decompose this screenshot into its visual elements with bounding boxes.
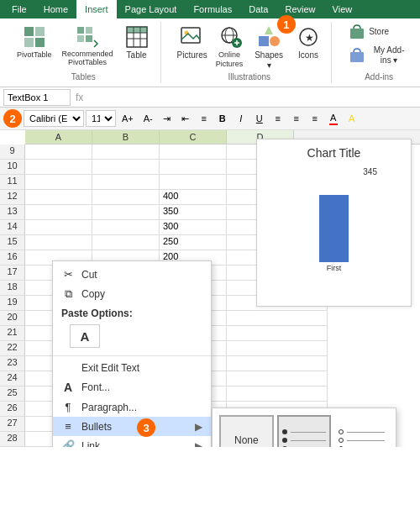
cell[interactable] [25, 235, 92, 250]
align-left-button[interactable]: ≡ [270, 112, 286, 125]
bullet-none-cell[interactable]: None [219, 415, 274, 447]
cell[interactable]: 400 [160, 190, 227, 205]
cell[interactable] [25, 190, 92, 205]
cell[interactable] [92, 190, 160, 205]
table-label: Table [127, 50, 147, 60]
row-header: 25 [0, 386, 25, 402]
cell[interactable] [160, 145, 227, 160]
shapes-button[interactable]: 1 Shapes ▾ [249, 22, 288, 72]
ribbon-tabs: File Home Insert Page Layout Formulas Da… [0, 0, 420, 18]
cell[interactable] [25, 220, 92, 235]
tab-insert[interactable]: Insert [76, 0, 117, 18]
online-pictures-button[interactable]: OnlinePictures [213, 22, 246, 71]
cell[interactable] [160, 175, 227, 190]
row-header: 21 [0, 326, 25, 341]
paste-options-header: Paste Options: [53, 304, 211, 321]
chart-bar-value: 345 [363, 167, 377, 176]
cell[interactable] [227, 371, 328, 386]
cell[interactable]: 250 [160, 235, 227, 250]
illustrations-group-label: Illustrations [228, 72, 271, 83]
ribbon: File Home Insert Page Layout Formulas Da… [0, 0, 420, 87]
my-addins-button[interactable]: My Add-ins ▾ [345, 44, 412, 67]
bullets-grid: None [219, 415, 389, 447]
decrease-font-button[interactable]: A- [139, 112, 157, 125]
pivottable-button[interactable]: PivotTable [13, 22, 55, 61]
tab-page-layout[interactable]: Page Layout [117, 0, 186, 18]
align-right-button[interactable]: ≡ [307, 112, 323, 125]
highlight-button[interactable]: A [344, 112, 360, 125]
copy-menu-item[interactable]: ⧉ Copy [53, 284, 211, 304]
cell[interactable] [25, 145, 92, 160]
bullets-submenu: None [212, 407, 396, 447]
cell[interactable]: 350 [160, 205, 227, 220]
bullet-line-dash [347, 432, 385, 433]
paragraph-menu-item[interactable]: ¶ Paragraph... [53, 397, 211, 417]
bullet-filled-dot-cell[interactable] [277, 415, 332, 447]
font-selector[interactable]: Calibri (E [24, 110, 84, 127]
font-color-button[interactable]: A [325, 111, 342, 127]
icons-button[interactable]: ★ Icons [292, 22, 324, 62]
pivottable-icon [21, 24, 48, 50]
recommended-pivots-button[interactable]: RecommendedPivotTables [59, 22, 117, 69]
font-size-selector[interactable]: 11 [86, 110, 116, 127]
chart-bar [319, 195, 349, 262]
row-header: 22 [0, 341, 25, 356]
link-menu-item[interactable]: 🔗 Link ▶ [53, 436, 211, 447]
svg-rect-3 [35, 38, 45, 47]
toolbar-row: 2 Calibri (E 11 A+ A- ⇥ ⇤ ≡ B I U ≡ ≡ ≡ … [0, 108, 420, 130]
tab-view[interactable]: View [324, 0, 361, 18]
table-button[interactable]: Table [120, 22, 154, 62]
outdent-button[interactable]: ⇤ [177, 112, 194, 126]
cell[interactable] [92, 220, 160, 235]
svg-text:★: ★ [305, 32, 314, 44]
row-header: 10 [0, 160, 25, 175]
cell[interactable] [25, 160, 92, 175]
tab-data[interactable]: Data [240, 0, 276, 18]
svg-rect-2 [24, 38, 34, 47]
cell[interactable] [92, 205, 160, 220]
svg-rect-22 [259, 36, 269, 46]
paragraph-icon: ¶ [61, 401, 75, 413]
cell[interactable] [92, 175, 160, 190]
exit-edit-menu-item[interactable]: Exit Edit Text [53, 359, 211, 377]
cell[interactable] [160, 160, 227, 175]
tab-formulas[interactable]: Formulas [185, 0, 240, 18]
increase-font-button[interactable]: A+ [118, 112, 138, 125]
align-center-button[interactable]: ≡ [288, 112, 305, 125]
cell[interactable]: 300 [160, 220, 227, 235]
pictures-button[interactable]: Pictures [175, 22, 210, 62]
cell[interactable] [227, 386, 328, 402]
indent-button[interactable]: ⇥ [159, 112, 176, 126]
svg-rect-28 [350, 52, 364, 62]
cell[interactable] [25, 175, 92, 190]
tab-home[interactable]: Home [35, 0, 76, 18]
copy-label: Copy [81, 288, 105, 300]
ribbon-body: PivotTable RecommendedPivotTables [0, 18, 420, 87]
underline-button[interactable]: U [251, 112, 268, 125]
cell[interactable] [227, 356, 328, 371]
cell[interactable] [25, 205, 92, 220]
cell[interactable] [92, 235, 160, 250]
font-menu-item[interactable]: A Font... [53, 377, 211, 397]
cell[interactable] [227, 326, 328, 341]
italic-button[interactable]: I [233, 112, 249, 125]
row-header: 20 [0, 311, 25, 326]
bold-button[interactable]: B [214, 112, 231, 125]
cell[interactable] [92, 160, 160, 175]
row-header: 17 [0, 266, 25, 281]
bullet-empty-dot-cell[interactable] [334, 415, 389, 447]
cut-menu-item[interactable]: ✂ Cut [53, 265, 211, 284]
store-button[interactable]: Store [345, 22, 412, 42]
row-header: 24 [0, 371, 25, 386]
wrap-button[interactable]: ≡ [196, 112, 213, 125]
name-box[interactable] [3, 89, 71, 106]
cell[interactable] [227, 311, 328, 326]
cell[interactable] [92, 145, 160, 160]
bullets-menu-item[interactable]: 3 ≡ Bullets ▶ [53, 417, 211, 436]
svg-point-23 [270, 36, 280, 46]
tab-file[interactable]: File [3, 0, 35, 18]
paste-box-a[interactable]: A [70, 324, 100, 348]
row-header: 28 [0, 432, 25, 447]
cell[interactable] [227, 341, 328, 356]
bullet-line [339, 429, 385, 434]
